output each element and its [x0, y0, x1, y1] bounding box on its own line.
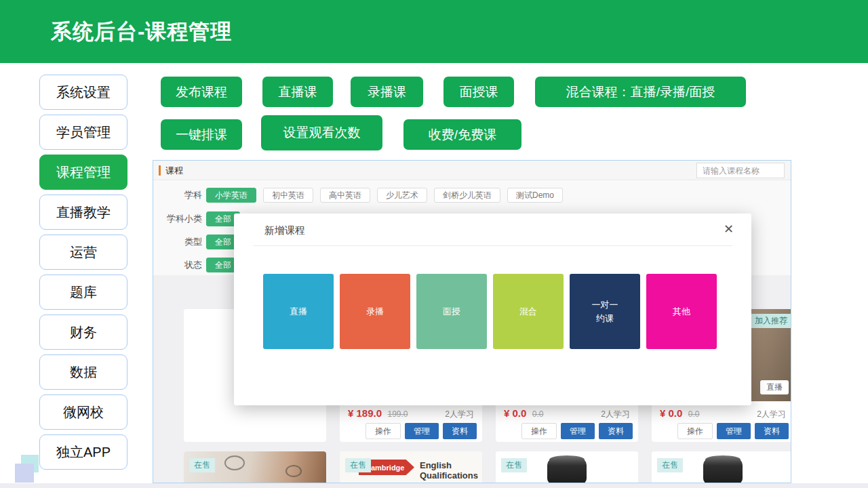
course-card[interactable]: 在售 — [184, 451, 326, 483]
material-button[interactable]: 资料 — [443, 423, 477, 439]
paid-free-course-button[interactable]: 收费/免费课 — [403, 119, 521, 150]
decor-square-lavender — [15, 464, 34, 483]
price-row: ¥ 0.0 0.0 2人学习 — [652, 407, 791, 420]
course-type-mixed[interactable]: 混合 — [493, 274, 564, 349]
app: 系统后台-课程管理 系统设置 学员管理 课程管理 直播教学 运营 题库 财务 数… — [0, 0, 868, 488]
footer-strip — [0, 483, 868, 488]
live-course-button[interactable]: 直播课 — [262, 77, 333, 107]
course-price: ¥ 0.0 — [504, 407, 526, 419]
sidebar-item-question-bank[interactable]: 题库 — [39, 274, 127, 310]
doodle-shape — [224, 455, 245, 470]
on-sale-badge: 在售 — [657, 458, 683, 472]
course-thumbnail: 在售 — [496, 451, 638, 483]
student-count: 2人学习 — [445, 409, 474, 420]
modal-divider — [253, 245, 732, 246]
modal-title: 新增课程 — [264, 224, 305, 237]
product-image — [547, 458, 587, 483]
filter-tag-primary-english[interactable]: 小学英语 — [206, 188, 256, 203]
course-thumbnail: 在售 — [652, 451, 791, 483]
filter-tag-cambridge-kids-english[interactable]: 剑桥少儿英语 — [434, 188, 500, 203]
brand-text: English Qualifications — [420, 460, 482, 481]
course-type-options: 直播 录播 面授 混合 一对一 约课 其他 — [263, 274, 717, 349]
app-header: 系统后台-课程管理 — [0, 0, 868, 63]
filter-tag-kids-art[interactable]: 少儿艺术 — [377, 188, 427, 203]
course-type-other[interactable]: 其他 — [646, 274, 717, 349]
product-image — [703, 458, 743, 483]
sidebar-item-operations[interactable]: 运营 — [39, 235, 127, 270]
operate-button[interactable]: 操作 — [521, 423, 557, 439]
sidebar-item-system-settings[interactable]: 系统设置 — [39, 75, 127, 110]
material-button[interactable]: 资料 — [599, 423, 633, 439]
filter-tag-test-demo[interactable]: 测试Demo — [507, 188, 563, 203]
original-price: 199.0 — [388, 409, 408, 419]
panel-title: 课程 — [165, 161, 183, 180]
sidebar-item-data[interactable]: 数据 — [39, 354, 127, 390]
course-type-one-on-one[interactable]: 一对一 约课 — [570, 274, 640, 349]
manage-button[interactable]: 管理 — [561, 423, 595, 439]
panel-header: 课程 — [153, 161, 791, 180]
course-type-live[interactable]: 直播 — [263, 274, 334, 349]
in-person-course-button[interactable]: 面授课 — [443, 77, 514, 107]
filter-tag-junior-english[interactable]: 初中英语 — [263, 188, 313, 203]
sidebar-item-finance[interactable]: 财务 — [39, 314, 127, 350]
price-row: ¥ 189.0 199.0 2人学习 — [340, 407, 482, 420]
recorded-course-button[interactable]: 录播课 — [351, 77, 423, 107]
on-sale-badge: 在售 — [189, 458, 215, 472]
recommend-badge: 加入推荐 — [750, 314, 791, 328]
student-count: 2人学习 — [757, 409, 786, 420]
student-count: 2人学习 — [601, 409, 630, 420]
course-type-recorded[interactable]: 录播 — [340, 274, 410, 349]
operate-button[interactable]: 操作 — [677, 423, 713, 439]
course-price: ¥ 0.0 — [660, 407, 682, 419]
page-title: 系统后台-课程管理 — [51, 18, 232, 46]
price-row: ¥ 0.0 0.0 2人学习 — [496, 407, 638, 420]
mixed-course-button[interactable]: 混合课程：直播/录播/面授 — [535, 77, 746, 107]
doodle-shape — [285, 465, 302, 477]
material-button[interactable]: 资料 — [755, 423, 789, 439]
manage-button[interactable]: 管理 — [405, 423, 439, 439]
set-view-count-button[interactable]: 设置观看次数 — [261, 115, 382, 150]
sidebar-item-student-management[interactable]: 学员管理 — [39, 115, 127, 150]
filter-tag-senior-english[interactable]: 高中英语 — [320, 188, 370, 203]
filter-label: 学科 — [160, 188, 202, 203]
filter-row-subject: 学科 小学英语 初中英语 高中英语 少儿艺术 剑桥少儿英语 测试Demo — [153, 188, 791, 203]
course-price: ¥ 189.0 — [348, 407, 382, 419]
publish-course-button[interactable]: 发布课程 — [161, 77, 242, 107]
course-thumbnail: 在售 — [184, 451, 326, 483]
on-sale-badge: 在售 — [345, 458, 371, 472]
original-price: 0.0 — [688, 409, 700, 419]
sidebar-item-live-teaching[interactable]: 直播教学 — [39, 195, 127, 230]
new-course-modal: 新增课程 ✕ 直播 录播 面授 混合 一对一 约课 其他 — [234, 214, 751, 405]
operate-button[interactable]: 操作 — [366, 423, 401, 439]
live-type-badge: 直播 — [760, 380, 789, 394]
close-icon[interactable]: ✕ — [724, 222, 734, 237]
filter-label: 学科小类 — [160, 211, 202, 226]
original-price: 0.0 — [532, 409, 544, 419]
course-type-in-person[interactable]: 面授 — [416, 274, 487, 349]
filter-label: 类型 — [160, 235, 202, 249]
filter-label: 状态 — [160, 258, 202, 272]
course-card[interactable]: Cambridge English Qualifications 在售 — [340, 451, 482, 483]
accent-bar — [159, 165, 161, 176]
search-input[interactable] — [696, 163, 785, 178]
sidebar-item-micro-school[interactable]: 微网校 — [39, 394, 127, 430]
sidebar-item-course-management[interactable]: 课程管理 — [39, 155, 127, 190]
course-card[interactable]: 在售 — [652, 451, 791, 483]
on-sale-badge: 在售 — [501, 458, 527, 472]
one-click-schedule-button[interactable]: 一键排课 — [161, 119, 242, 150]
manage-button[interactable]: 管理 — [717, 423, 751, 439]
course-thumbnail: Cambridge English Qualifications 在售 — [340, 451, 482, 483]
sidebar-item-standalone-app[interactable]: 独立APP — [39, 434, 127, 470]
course-card[interactable]: 在售 — [496, 451, 638, 483]
